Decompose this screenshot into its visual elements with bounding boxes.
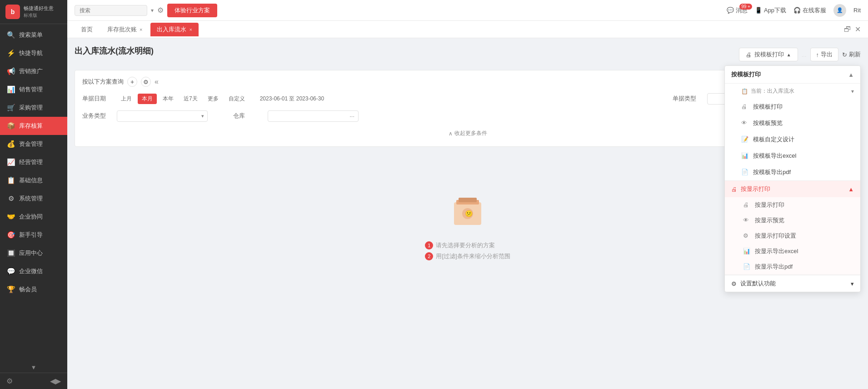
date-tab-thismonth[interactable]: 本月 xyxy=(138,94,157,104)
sidebar-item-finance[interactable]: 💰 资金管理 xyxy=(0,135,67,153)
sidebar-bottom: ⚙ ◀▶ xyxy=(0,373,67,389)
step1-number: 1 xyxy=(425,241,433,249)
dp-display-pdf[interactable]: 📄 按显示导出pdf xyxy=(725,259,860,274)
sidebar-item-basic[interactable]: 📋 基础信息 xyxy=(0,171,67,190)
dp-current-template[interactable]: 📋 当前：出入库流水 ▾ xyxy=(725,84,860,99)
dp-template-print[interactable]: 🖨 按模板打印 xyxy=(725,99,860,115)
sidebar-item-sales[interactable]: 📊 销售管理 xyxy=(0,80,67,99)
date-tab-7days[interactable]: 近7天 xyxy=(180,94,202,104)
industry-button[interactable]: 体验行业方案 xyxy=(167,4,217,17)
content-area: 出入库流水(流水明细) 🖨 按模板打印 ▲ ... ↑ 导出 ↻ 刷新 xyxy=(67,38,868,389)
dp-display-section-header[interactable]: 🖨 按显示打印 ▲ xyxy=(725,181,860,197)
logo-icon: b xyxy=(5,5,20,19)
search-chevron-icon[interactable]: ▾ xyxy=(151,7,154,14)
step2-number: 2 xyxy=(425,252,433,260)
sidebar-nav: 🔍 搜索菜单 ⚡ 快捷导航 📢 营销推广 📊 销售管理 🛒 采购管理 📦 库存核… xyxy=(0,24,67,362)
empty-text: 1 请先选择要分析的方案 2 用[过滤]条件来缩小分析范围 xyxy=(425,241,510,263)
date-tab-custom[interactable]: 自定义 xyxy=(224,94,249,104)
sidebar-label-finance: 资金管理 xyxy=(19,140,43,148)
template-print-button[interactable]: 🖨 按模板打印 ▲ xyxy=(739,48,798,61)
date-tab-thisyear[interactable]: 本年 xyxy=(159,94,178,104)
tab-flow-close[interactable]: × xyxy=(189,27,192,32)
sidebar-icon-member: 🏆 xyxy=(6,285,15,294)
username-label[interactable]: Rit xyxy=(853,7,861,14)
close-window-button[interactable]: ✕ xyxy=(855,25,861,34)
sidebar-icon-collab: 🤝 xyxy=(6,212,15,221)
date-tabs: 上月 本月 本年 近7天 更多 自定义 xyxy=(117,94,249,104)
template-excel-icon: 📊 xyxy=(741,152,748,160)
sidebar-label-basic: 基础信息 xyxy=(19,176,43,185)
display-excel-icon: 📊 xyxy=(743,248,750,255)
sidebar-item-member[interactable]: 🏆 畅会员 xyxy=(0,280,67,299)
filter-settings-button[interactable]: ⚙ xyxy=(141,77,151,87)
message-button[interactable]: 💬 消息 99 + xyxy=(727,6,748,15)
sidebar-label-sales: 销售管理 xyxy=(19,85,43,94)
app-edition: 标准版 xyxy=(24,12,54,19)
refresh-button[interactable]: ↻ 刷新 xyxy=(842,50,861,59)
sidebar-item-guide[interactable]: 🎯 新手引导 xyxy=(0,226,67,244)
dp-footer-default[interactable]: ⚙ 设置默认功能 ▾ xyxy=(725,275,860,292)
sidebar-label-member: 畅会员 xyxy=(19,285,37,294)
sidebar-item-purchase[interactable]: 🛒 采购管理 xyxy=(0,99,67,117)
settings-icon[interactable]: ⚙ xyxy=(6,377,13,385)
collapse-icon[interactable]: ◀▶ xyxy=(50,377,61,385)
dp-display-section-body: 🖨 按显示打印 👁 按显示预览 ⚙ 按显示打印设置 📊 xyxy=(725,197,860,274)
doctype-label: 单据类型 xyxy=(673,95,700,103)
sidebar-scroll-down[interactable]: ▼ xyxy=(31,364,37,371)
empty-step-1: 1 请先选择要分析的方案 xyxy=(425,241,510,249)
date-label: 单据日期 xyxy=(82,95,110,103)
sidebar-label-system: 系统管理 xyxy=(19,194,43,203)
date-tab-more[interactable]: 更多 xyxy=(204,94,223,104)
filter-add-button[interactable]: + xyxy=(127,77,137,87)
dp-template-custom[interactable]: 📝 模板自定义设计 xyxy=(725,131,860,148)
tab-home[interactable]: 首页 xyxy=(75,23,99,36)
service-button[interactable]: 🎧 在线客服 xyxy=(793,6,826,15)
tab-batch[interactable]: 库存批次账 × xyxy=(101,23,149,36)
print-icon: 🖨 xyxy=(746,51,752,58)
message-icon: 💬 xyxy=(727,7,734,14)
biztype-select[interactable] xyxy=(117,110,208,122)
sidebar-item-search[interactable]: 🔍 搜索菜单 xyxy=(0,26,67,44)
sidebar-item-operations[interactable]: 📈 经营管理 xyxy=(0,153,67,171)
headset-icon: 🎧 xyxy=(793,7,801,14)
date-tab-lastmonth[interactable]: 上月 xyxy=(117,94,136,104)
current-chevron-icon: ▾ xyxy=(851,88,854,95)
restore-window-button[interactable]: 🗗 xyxy=(844,25,851,34)
warehouse-more-icon[interactable]: ··· xyxy=(349,113,354,120)
warehouse-input[interactable]: ··· xyxy=(268,110,359,122)
sidebar-icon-shortcut: ⚡ xyxy=(6,49,15,58)
avatar[interactable]: 👤 xyxy=(833,4,846,17)
topbar-left: ▾ ⚙ 体验行业方案 xyxy=(75,4,217,17)
search-input[interactable] xyxy=(75,5,147,16)
display-print-icon: 🖨 xyxy=(743,201,750,209)
filter-collapse-icon[interactable]: « xyxy=(155,78,159,86)
dp-display-settings[interactable]: ⚙ 按显示打印设置 xyxy=(725,228,860,244)
dp-template-preview[interactable]: 👁 按模板预览 xyxy=(725,115,860,131)
app-name: 畅捷通好生意 xyxy=(24,5,54,12)
sidebar-item-wechat[interactable]: 💬 企业微信 xyxy=(0,262,67,280)
sidebar-item-system[interactable]: ⚙ 系统管理 xyxy=(0,190,67,208)
template-custom-icon: 📝 xyxy=(741,136,748,143)
dp-template-excel[interactable]: 📊 按模板导出excel xyxy=(725,148,860,164)
dp-template-section: 🖨 按模板打印 👁 按模板预览 📝 模板自定义设计 📊 按模板导出excel xyxy=(725,99,860,181)
tab-batch-close[interactable]: × xyxy=(140,27,142,32)
sidebar-item-shortcut[interactable]: ⚡ 快捷导航 xyxy=(0,44,67,62)
dp-display-preview[interactable]: 👁 按显示预览 xyxy=(725,213,860,228)
display-section-icon: 🖨 xyxy=(731,186,737,193)
dp-display-excel[interactable]: 📊 按显示导出excel xyxy=(725,244,860,259)
gear-icon[interactable]: ⚙ xyxy=(157,6,164,15)
sidebar-item-marketing[interactable]: 📢 营销推广 xyxy=(0,62,67,80)
display-section-chevron-icon: ▲ xyxy=(848,186,854,193)
dp-display-print[interactable]: 🖨 按显示打印 xyxy=(725,197,860,213)
dp-chevron-icon[interactable]: ▲ xyxy=(848,71,854,78)
sidebar-item-inventory[interactable]: 📦 库存核算 xyxy=(0,117,67,135)
app-download-button[interactable]: 📱 App下载 xyxy=(755,6,786,15)
sidebar-item-apps[interactable]: 🔲 应用中心 xyxy=(0,244,67,262)
biztype-label: 业务类型 xyxy=(82,112,110,120)
sidebar-icon-inventory: 📦 xyxy=(6,121,15,130)
tab-flow[interactable]: 出入库流水 × xyxy=(150,23,198,36)
export-button[interactable]: ↑ 导出 xyxy=(810,48,839,61)
footer-chevron-icon: ▾ xyxy=(851,280,854,287)
sidebar-item-collab[interactable]: 🤝 企业协同 xyxy=(0,208,67,226)
dp-template-pdf[interactable]: 📄 按模板导出pdf xyxy=(725,164,860,180)
